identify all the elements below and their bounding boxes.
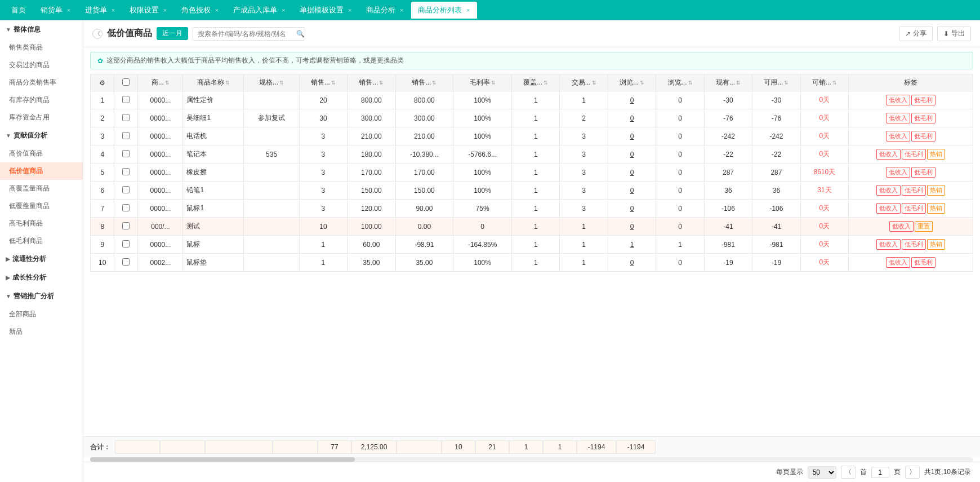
col-available-inv[interactable]: 可用...⇅ — [752, 74, 800, 91]
row-col7[interactable]: 0 — [608, 200, 656, 218]
col-current-inv[interactable]: 现有...⇅ — [704, 74, 752, 91]
search-input[interactable] — [193, 27, 305, 41]
row-checkbox[interactable] — [114, 109, 138, 127]
col-checkbox[interactable] — [114, 74, 138, 91]
row-col7[interactable]: 1 — [608, 236, 656, 254]
sidebar-item-new-goods[interactable]: 新品 — [0, 323, 83, 341]
row-checkbox[interactable] — [114, 254, 138, 272]
col-coverage[interactable]: 覆盖...⇅ — [512, 74, 560, 91]
row-name[interactable]: 鼠标垫 — [183, 254, 244, 272]
row-col7[interactable]: 0 — [608, 218, 656, 236]
close-icon[interactable]: × — [348, 7, 351, 14]
col-sales2[interactable]: 销售...⇅ — [348, 74, 395, 91]
row-select-checkbox[interactable] — [122, 186, 130, 193]
row-name[interactable]: 电话机 — [183, 127, 244, 145]
row-checkbox[interactable] — [114, 182, 138, 200]
search-icon[interactable]: 🔍 — [296, 30, 305, 38]
row-checkbox[interactable] — [114, 200, 138, 218]
row-name[interactable]: 吴细细1 — [183, 109, 244, 127]
sidebar-item-low-coverage[interactable]: 低覆盖量商品 — [0, 197, 83, 215]
row-select-checkbox[interactable] — [122, 150, 130, 157]
row-select-checkbox[interactable] — [122, 96, 130, 103]
sidebar-item-all-goods[interactable]: 全部商品 — [0, 306, 83, 323]
nav-template[interactable]: 单据模板设置 × — [293, 2, 358, 19]
row-select-checkbox[interactable] — [122, 240, 130, 247]
row-select-checkbox[interactable] — [122, 132, 130, 139]
nav-sales[interactable]: 销货单 × — [34, 2, 77, 19]
row-name[interactable]: 鼠标 — [183, 236, 244, 254]
row-col7[interactable]: 0 — [608, 91, 656, 109]
select-all-checkbox[interactable] — [122, 78, 130, 86]
export-button[interactable]: ⬇ 导出 — [937, 26, 971, 41]
row-name[interactable]: 笔记本 — [183, 145, 244, 163]
sidebar-group-circulation[interactable]: ▶流通性分析 — [0, 250, 83, 268]
nav-analysis-list[interactable]: 商品分析列表 × — [411, 2, 476, 19]
sidebar-collapse-button[interactable]: 《 — [92, 29, 103, 39]
row-checkbox[interactable] — [114, 218, 138, 236]
row-col7[interactable]: 0 — [608, 163, 656, 182]
sidebar-item-traded-goods[interactable]: 交易过的商品 — [0, 56, 83, 74]
col-spec[interactable]: 规格...⇅ — [244, 74, 299, 91]
close-icon[interactable]: × — [400, 7, 403, 14]
sidebar-group-contribution[interactable]: ▼贡献值分析 — [0, 126, 83, 145]
nav-permissions[interactable]: 权限设置 × — [123, 2, 173, 19]
sidebar-group-growth[interactable]: ▶成长性分析 — [0, 268, 83, 287]
row-name[interactable]: 测试 — [183, 218, 244, 236]
col-browse1[interactable]: 浏览...⇅ — [608, 74, 656, 91]
close-icon[interactable]: × — [466, 7, 470, 14]
nav-analysis[interactable]: 商品分析 × — [359, 2, 410, 19]
nav-home[interactable]: 首页 — [5, 2, 33, 19]
row-select-checkbox[interactable] — [122, 204, 130, 211]
col-sales1[interactable]: 销售...⇅ — [299, 74, 347, 91]
row-col7[interactable]: 0 — [608, 109, 656, 127]
col-settings[interactable]: ⚙ — [91, 74, 114, 91]
row-col7[interactable]: 0 — [608, 254, 656, 272]
row-checkbox[interactable] — [114, 127, 138, 145]
page-input[interactable] — [871, 467, 889, 478]
row-name[interactable]: 橡皮擦 — [183, 163, 244, 182]
row-col7[interactable]: 0 — [608, 182, 656, 200]
row-checkbox[interactable] — [114, 145, 138, 163]
col-margin[interactable]: 毛利率⇅ — [453, 74, 512, 91]
sidebar-item-low-value[interactable]: 低价值商品 — [0, 162, 83, 180]
first-page-button[interactable]: 〈 — [841, 466, 856, 479]
close-icon[interactable]: × — [215, 7, 219, 14]
sidebar-item-inventory-goods[interactable]: 有库存的商品 — [0, 91, 83, 109]
nav-production[interactable]: 产成品入库单 × — [226, 2, 292, 19]
sidebar-group-overall[interactable]: ▼整体信息 — [0, 20, 83, 39]
sidebar-item-high-coverage[interactable]: 高覆盖量商品 — [0, 180, 83, 197]
row-select-checkbox[interactable] — [122, 114, 130, 121]
row-name[interactable]: 鼠标1 — [183, 200, 244, 218]
row-checkbox[interactable] — [114, 91, 138, 109]
sidebar-item-category-sales[interactable]: 商品分类销售率 — [0, 74, 83, 91]
row-name[interactable]: 铅笔1 — [183, 182, 244, 200]
row-select-checkbox[interactable] — [122, 258, 130, 266]
nav-roles[interactable]: 角色授权 × — [175, 2, 225, 19]
col-sellable-inv[interactable]: 可销...⇅ — [800, 74, 848, 91]
sidebar-item-high-margin[interactable]: 高毛利商品 — [0, 215, 83, 232]
col-browse2[interactable]: 浏览...⇅ — [656, 74, 704, 91]
col-sales3[interactable]: 销售...⇅ — [395, 74, 453, 91]
next-page-button[interactable]: 〉 — [905, 466, 920, 479]
share-button[interactable]: ↗ 分享 — [899, 26, 933, 41]
close-icon[interactable]: × — [282, 7, 285, 14]
row-select-checkbox[interactable] — [122, 168, 130, 175]
sidebar-item-high-value[interactable]: 高价值商品 — [0, 145, 83, 162]
sidebar-item-inventory-capital[interactable]: 库存资金占用 — [0, 109, 83, 126]
col-code[interactable]: 商...⇅ — [138, 74, 183, 91]
col-trade[interactable]: 交易...⇅ — [560, 74, 608, 91]
close-icon[interactable]: × — [112, 7, 115, 14]
nav-purchase[interactable]: 进货单 × — [78, 2, 122, 19]
row-checkbox[interactable] — [114, 236, 138, 254]
row-select-checkbox[interactable] — [122, 222, 130, 229]
period-button[interactable]: 近一月 — [157, 27, 188, 40]
sidebar-item-sales-goods[interactable]: 销售类商品 — [0, 39, 83, 56]
row-name[interactable]: 属性定价 — [183, 91, 244, 109]
per-page-select[interactable]: 50 100 200 — [808, 466, 836, 479]
close-icon[interactable]: × — [67, 7, 70, 14]
row-checkbox[interactable] — [114, 163, 138, 182]
row-col7[interactable]: 0 — [608, 145, 656, 163]
sidebar-item-low-margin[interactable]: 低毛利商品 — [0, 232, 83, 250]
col-name[interactable]: 商品名称⇅ — [183, 74, 244, 91]
close-icon[interactable]: × — [163, 7, 167, 14]
